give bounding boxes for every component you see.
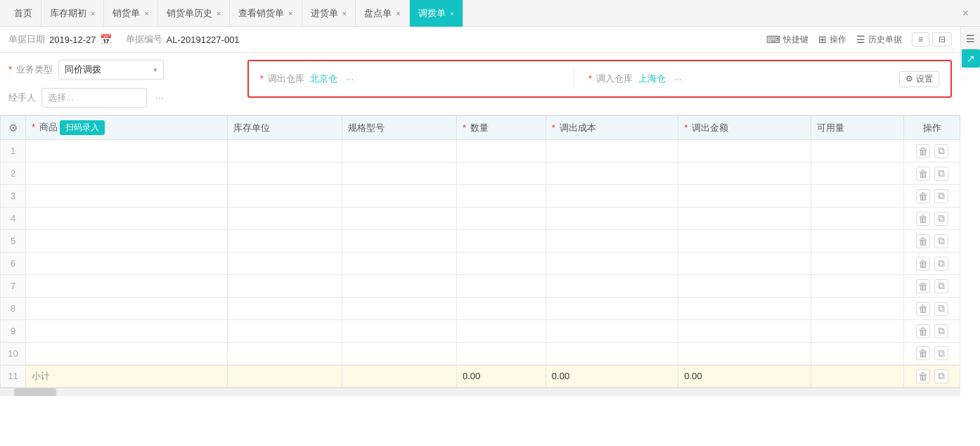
tab-sales-history-close[interactable]: × — [217, 9, 221, 18]
unit-cell[interactable] — [227, 140, 342, 163]
cost-cell[interactable] — [546, 343, 678, 365]
delete-row-icon[interactable]: 🗑 — [916, 189, 930, 203]
amount-cell[interactable] — [678, 275, 811, 298]
amount-cell[interactable] — [678, 230, 811, 253]
spec-cell[interactable] — [342, 230, 456, 253]
copy-icon[interactable]: ⧉ — [934, 369, 948, 383]
unit-cell[interactable] — [227, 298, 342, 320]
copy-row-icon[interactable]: ⧉ — [934, 189, 948, 203]
cost-cell[interactable] — [546, 275, 678, 298]
delete-row-icon[interactable]: 🗑 — [916, 144, 930, 158]
spec-cell[interactable] — [342, 275, 456, 298]
available-cell[interactable] — [811, 208, 903, 230]
tab-sales-order-close[interactable]: × — [144, 9, 148, 18]
available-cell[interactable] — [811, 140, 903, 163]
available-cell[interactable] — [811, 253, 903, 275]
tab-initial-stock[interactable]: 库存期初 × — [41, 0, 104, 27]
handler-select[interactable]: 选择... — [41, 88, 147, 108]
cost-cell[interactable] — [546, 230, 678, 253]
copy-row-icon[interactable]: ⧉ — [934, 144, 948, 158]
cost-cell[interactable] — [546, 253, 678, 275]
product-cell[interactable] — [26, 275, 228, 298]
copy-row-icon[interactable]: ⧉ — [934, 257, 948, 271]
tab-view-sales-close[interactable]: × — [288, 9, 292, 18]
amount-cell[interactable] — [678, 343, 811, 365]
amount-cell[interactable] — [678, 185, 811, 208]
amount-cell[interactable] — [678, 320, 811, 343]
cost-cell[interactable] — [546, 140, 678, 163]
qty-cell[interactable] — [456, 253, 546, 275]
amount-cell[interactable] — [678, 163, 811, 185]
available-cell[interactable] — [811, 298, 903, 320]
product-cell[interactable] — [26, 163, 228, 185]
cost-cell[interactable] — [546, 163, 678, 185]
target-warehouse-more-button[interactable]: ··· — [671, 73, 685, 84]
tab-sales-history[interactable]: 销货单历史 × — [158, 0, 230, 27]
unit-cell[interactable] — [227, 185, 342, 208]
delete-row-icon[interactable]: 🗑 — [916, 279, 930, 293]
target-warehouse-value[interactable]: 上海仓 — [638, 72, 666, 85]
product-cell[interactable] — [26, 140, 228, 163]
spec-cell[interactable] — [342, 140, 456, 163]
product-cell[interactable] — [26, 253, 228, 275]
available-cell[interactable] — [811, 320, 903, 343]
product-cell[interactable] — [26, 343, 228, 365]
cost-cell[interactable] — [546, 208, 678, 230]
cost-cell[interactable] — [546, 185, 678, 208]
tab-view-sales[interactable]: 查看销货单 × — [230, 0, 302, 27]
horizontal-scrollbar[interactable] — [0, 388, 960, 396]
product-cell[interactable] — [26, 208, 228, 230]
spec-cell[interactable] — [342, 298, 456, 320]
product-cell[interactable] — [26, 230, 228, 253]
spec-cell[interactable] — [342, 253, 456, 275]
product-cell[interactable] — [26, 185, 228, 208]
product-cell[interactable] — [26, 320, 228, 343]
qty-cell[interactable] — [456, 343, 546, 365]
delete-row-icon[interactable]: 🗑 — [916, 302, 930, 316]
tab-transfer[interactable]: 调拨单 × — [410, 0, 463, 27]
available-cell[interactable] — [811, 343, 903, 365]
spec-cell[interactable] — [342, 185, 456, 208]
business-type-select[interactable]: 同价调拨 ▾ — [58, 60, 164, 79]
amount-cell[interactable] — [678, 298, 811, 320]
available-cell[interactable] — [811, 185, 903, 208]
delete-row-icon[interactable]: 🗑 — [916, 257, 930, 271]
scan-button[interactable]: 扫码录入 — [60, 120, 105, 135]
qty-cell[interactable] — [456, 230, 546, 253]
tab-inventory-close[interactable]: × — [396, 9, 400, 18]
copy-row-icon[interactable]: ⧉ — [934, 279, 948, 293]
operation-button[interactable]: ⊞ 操作 — [818, 34, 846, 46]
available-cell[interactable] — [811, 163, 903, 185]
spec-cell[interactable] — [342, 343, 456, 365]
unit-cell[interactable] — [227, 275, 342, 298]
qty-cell[interactable] — [456, 298, 546, 320]
copy-row-icon[interactable]: ⧉ — [934, 324, 948, 338]
shortcut-key-button[interactable]: ⌨ 快捷键 — [766, 34, 808, 46]
cost-cell[interactable] — [546, 320, 678, 343]
amount-cell[interactable] — [678, 208, 811, 230]
copy-row-icon[interactable]: ⧉ — [934, 167, 948, 181]
unit-cell[interactable] — [227, 253, 342, 275]
window-close-button[interactable]: × — [957, 7, 974, 20]
spec-cell[interactable] — [342, 163, 456, 185]
qty-cell[interactable] — [456, 163, 546, 185]
copy-row-icon[interactable]: ⧉ — [934, 234, 948, 248]
qty-cell[interactable] — [456, 185, 546, 208]
col-gear[interactable]: ⚙ — [1, 116, 26, 140]
qty-cell[interactable] — [456, 275, 546, 298]
column-settings-icon[interactable]: ⚙ — [8, 122, 18, 134]
delete-icon[interactable]: 🗑 — [916, 369, 930, 383]
handler-more-button[interactable]: ··· — [153, 92, 167, 103]
qty-cell[interactable] — [456, 140, 546, 163]
spec-cell[interactable] — [342, 208, 456, 230]
unit-cell[interactable] — [227, 230, 342, 253]
scrollbar-thumb[interactable] — [14, 388, 56, 396]
available-cell[interactable] — [811, 230, 903, 253]
delete-row-icon[interactable]: 🗑 — [916, 212, 930, 226]
unit-cell[interactable] — [227, 320, 342, 343]
copy-row-icon[interactable]: ⧉ — [934, 346, 948, 360]
history-button[interactable]: ☰ 历史单据 — [856, 34, 902, 46]
tab-purchase-order[interactable]: 进货单 × — [302, 0, 356, 27]
copy-row-icon[interactable]: ⧉ — [934, 212, 948, 226]
qty-cell[interactable] — [456, 320, 546, 343]
